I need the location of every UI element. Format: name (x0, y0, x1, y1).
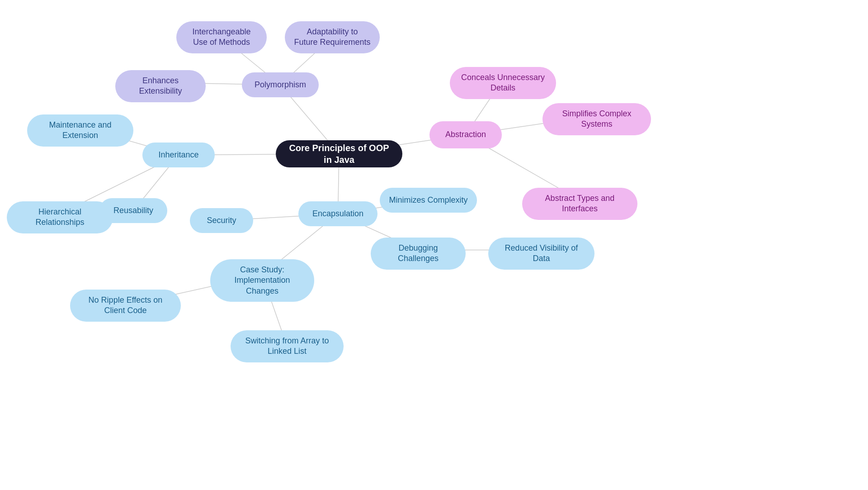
inheritance-node: Inheritance (142, 143, 215, 167)
minimizes-node: Minimizes Complexity (380, 188, 477, 213)
interchangeable-node: Interchangeable Use of Methods (176, 21, 267, 53)
conceals-node: Conceals Unnecessary Details (450, 67, 556, 99)
security-node: Security (190, 208, 253, 233)
reduced-node: Reduced Visibility of Data (488, 238, 594, 270)
maintenance-node: Maintenance and Extension (27, 114, 133, 147)
debugging-node: Debugging Challenges (371, 238, 466, 270)
case-study-node: Case Study: Implementation Changes (210, 259, 314, 302)
hierarchical-node: Hierarchical Relationships (7, 201, 113, 233)
center-label: Core Principles of OOP in Java (285, 142, 393, 166)
simplifies-node: Simplifies Complex Systems (542, 103, 651, 135)
enhances-node: Enhances Extensibility (115, 70, 206, 102)
abstraction-node: Abstraction (429, 121, 502, 148)
switching-node: Switching from Array to Linked List (231, 330, 344, 362)
reusability-node: Reusability (99, 198, 167, 223)
center-node: Core Principles of OOP in Java (276, 140, 402, 167)
no-ripple-node: No Ripple Effects on Client Code (70, 290, 181, 322)
adaptability-node: Adaptability to Future Requirements (285, 21, 380, 53)
encapsulation-node: Encapsulation (298, 201, 377, 226)
polymorphism-node: Polymorphism (242, 72, 319, 97)
abstract-types-node: Abstract Types and Interfaces (522, 188, 637, 220)
